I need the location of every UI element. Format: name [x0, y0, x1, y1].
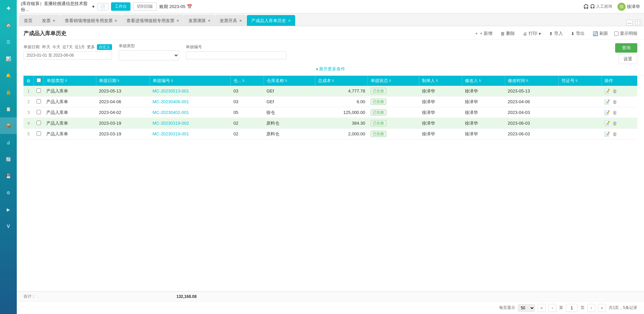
sidebar-item-menu[interactable]: ☰: [0, 34, 17, 50]
row-delete-3[interactable]: 🗑: [612, 121, 617, 126]
row-checkbox-0[interactable]: [34, 86, 44, 97]
minimize-button[interactable]: —: [627, 20, 633, 26]
th-warehouse-name[interactable]: 仓库名称⇅: [264, 76, 315, 86]
row-check-1[interactable]: [37, 99, 41, 104]
print-button[interactable]: 🖨 打印 ▾: [521, 29, 543, 38]
tab-invoice-open-close[interactable]: ×: [239, 18, 242, 23]
type-filter-select[interactable]: [119, 50, 179, 60]
th-warehouse-code[interactable]: 仓...⇅: [231, 76, 264, 86]
shortcut-custom[interactable]: 自定义: [97, 44, 112, 50]
th-voucher[interactable]: 凭证号⇅: [558, 76, 601, 86]
tab-product-warehouse-history[interactable]: 产成品入库单历史 ×: [247, 15, 295, 26]
row-check-2[interactable]: [37, 110, 41, 114]
sidebar-item-lock[interactable]: 🔒: [0, 84, 17, 101]
sidebar-item-save[interactable]: 💾: [0, 168, 17, 184]
query-button[interactable]: 查询: [615, 43, 637, 53]
th-total-cost[interactable]: 总成本⇅: [315, 76, 368, 86]
row-edit-1[interactable]: 📝: [604, 99, 610, 105]
tab-purchase-vat[interactable]: 查看进项增值税专用发票 ×: [122, 15, 183, 26]
show-detail-toggle[interactable]: 显示明细: [614, 30, 637, 37]
tab-invoice-calc-close[interactable]: ×: [208, 18, 211, 23]
sidebar-item-chart[interactable]: 📊: [0, 50, 17, 67]
sidebar-item-inventory[interactable]: 📦: [0, 117, 17, 134]
work-station-button[interactable]: 工作台: [111, 2, 130, 11]
th-date[interactable]: 单据日期⇅: [96, 76, 150, 86]
export-button[interactable]: ⬇ 导出: [569, 29, 587, 38]
sidebar-item-settings[interactable]: ⚙: [0, 184, 17, 201]
last-page-button[interactable]: »: [598, 304, 606, 312]
row-number-1[interactable]: MC-20230406-001: [150, 97, 231, 107]
shortcut-more[interactable]: 更多: [87, 44, 95, 50]
row-number-2[interactable]: MC-20230402-001: [150, 107, 231, 118]
sidebar-item-bell[interactable]: 🔔: [0, 67, 17, 84]
shortcut-yesterday[interactable]: 昨天: [42, 44, 50, 50]
delete-button[interactable]: 🗑 删除: [498, 29, 517, 38]
sidebar-item-sync[interactable]: 🔄: [0, 151, 17, 168]
row-delete-1[interactable]: 🗑: [612, 99, 617, 105]
sidebar-item-print[interactable]: 🖨: [0, 134, 17, 151]
first-page-button[interactable]: «: [538, 304, 546, 312]
row-number-4[interactable]: MC-20230319-001: [150, 129, 231, 139]
calendar-icon[interactable]: 📅: [187, 4, 192, 9]
date-range-display[interactable]: 2023-01-01 至 2023-06-06: [23, 51, 112, 60]
company-selector[interactable]: (库存核算）直播轻挑通信息技术股份... ▾: [21, 1, 95, 13]
shortcut-1month[interactable]: 近1月: [75, 44, 85, 50]
row-number-3[interactable]: MC-20230319-002: [150, 118, 231, 129]
tab-purchase-vat-close[interactable]: ×: [176, 18, 179, 23]
row-check-4[interactable]: [37, 131, 41, 136]
tab-sale-vat-close[interactable]: ×: [115, 18, 117, 23]
per-page-select[interactable]: 10 20 50 100: [518, 304, 535, 312]
th-status[interactable]: 单据状态⇅: [368, 76, 419, 86]
tab-sale-vat[interactable]: 查看销项增值税专用发票 ×: [60, 15, 122, 26]
row-checkbox-2[interactable]: [34, 107, 44, 118]
row-delete-2[interactable]: 🗑: [612, 110, 617, 115]
row-number-0[interactable]: MC-20230513-001: [150, 86, 231, 97]
th-modifier[interactable]: 修改人⇅: [462, 76, 505, 86]
row-edit-4[interactable]: 📝: [604, 131, 610, 137]
user-menu[interactable]: 徐 徐泽华: [618, 3, 640, 11]
th-creator[interactable]: 制单人⇅: [419, 76, 462, 86]
tab-invoice-close[interactable]: ×: [53, 18, 55, 23]
row-checkbox-1[interactable]: [34, 97, 44, 107]
tab-invoice-calc[interactable]: 发票测算 ×: [184, 15, 215, 26]
row-edit-3[interactable]: 📝: [604, 121, 610, 126]
prev-page-button[interactable]: ‹: [548, 304, 556, 312]
set-button[interactable]: 设置: [619, 54, 637, 64]
th-number[interactable]: 单据编号⇅: [150, 76, 231, 86]
row-check-3[interactable]: [37, 121, 41, 125]
th-modify-time[interactable]: 修改时间⇅: [505, 76, 559, 86]
select-all-checkbox[interactable]: [37, 78, 41, 82]
customer-service[interactable]: 🎧 🎧 人工咨询: [583, 4, 612, 9]
th-settings[interactable]: ⚙: [23, 76, 34, 86]
sidebar-item-doc[interactable]: 📋: [0, 101, 17, 117]
row-checkbox-3[interactable]: [34, 118, 44, 129]
import-button[interactable]: ⬆ 导入: [547, 29, 565, 38]
shortcut-today[interactable]: 今天: [52, 44, 60, 50]
show-detail-checkbox[interactable]: [614, 32, 619, 36]
sidebar-item-more[interactable]: V: [0, 218, 17, 235]
switch-version-button[interactable]: 切到旧版: [133, 2, 157, 11]
row-edit-0[interactable]: 📝: [604, 88, 610, 94]
number-filter-input[interactable]: [186, 51, 286, 59]
row-delete-4[interactable]: 🗑: [612, 131, 617, 137]
expand-filter-button[interactable]: ▾ 展开更多条件: [316, 66, 345, 72]
tab-product-warehouse-history-close[interactable]: ×: [288, 18, 291, 23]
tab-invoice-open[interactable]: 发票开具 ×: [215, 15, 246, 26]
sidebar-item-home[interactable]: 🏠: [0, 17, 17, 34]
row-edit-2[interactable]: 📝: [604, 110, 610, 115]
tab-invoice[interactable]: 发票 ×: [38, 15, 60, 26]
row-checkbox-4[interactable]: [34, 129, 44, 139]
row-check-0[interactable]: [37, 88, 41, 93]
row-delete-0[interactable]: 🗑: [612, 88, 617, 94]
new-button[interactable]: ＋ + 新增: [472, 29, 494, 38]
page-number-input[interactable]: [566, 304, 578, 312]
th-type[interactable]: 单据类型⇅: [44, 76, 96, 86]
tab-home[interactable]: 首页: [19, 15, 37, 26]
shortcut-7days[interactable]: 近7天: [62, 44, 73, 50]
th-checkbox[interactable]: [34, 76, 44, 86]
next-page-button[interactable]: ›: [587, 304, 595, 312]
sidebar-item-play[interactable]: ▶: [0, 201, 17, 218]
copy-button[interactable]: 📄: [97, 3, 108, 10]
maximize-button[interactable]: ⛶: [635, 20, 641, 26]
refresh-button[interactable]: 🔄 刷新: [591, 29, 610, 38]
